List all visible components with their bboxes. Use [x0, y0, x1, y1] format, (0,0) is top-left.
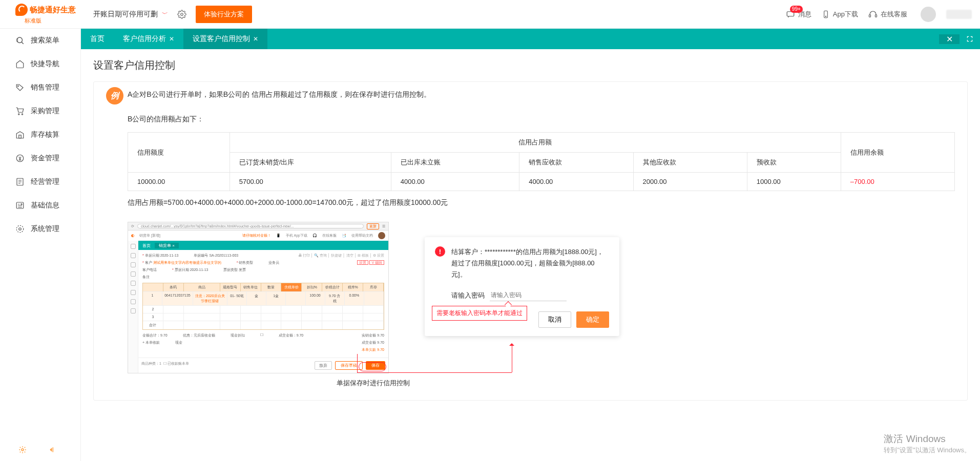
sidebar-item-label: 基础信息	[31, 201, 59, 210]
v: 2020-11-13	[190, 268, 208, 271]
sidebar-footer-settings-icon[interactable]	[18, 446, 27, 454]
illustration-caption: 单据保存时进行信用控制	[106, 379, 618, 388]
f: 备注	[142, 275, 150, 279]
screenshot-sales-order: ⟳ cloud.chanjet.com/...ysy/0/1pbr/tm?a[/…	[128, 222, 389, 373]
sidebar-item-basicinfo[interactable]: 基础信息	[0, 194, 80, 217]
tag-icon	[15, 83, 25, 92]
svg-point-7	[17, 86, 18, 87]
tabs-close-all-button[interactable]: ✕	[939, 34, 960, 44]
gc: 01- 50笔	[227, 292, 247, 305]
sidebar-item-finance[interactable]: 资金管理	[0, 146, 80, 170]
v: 测试用来单位文字内容有做提示单位文字的	[153, 261, 221, 264]
tab-credit-control-settings[interactable]: 设置客户信用控制 ✕	[183, 29, 267, 49]
ft: 本单欠款 9.70	[362, 347, 384, 352]
svg-point-3	[825, 16, 826, 16]
sidebar: 搜索菜单 快捷导航 销售管理 采购管理 库存核算 资金管理 经营管理 基础信息	[0, 29, 81, 461]
page-title: 设置客户信用控制	[93, 58, 968, 72]
th-credit-used: 信用占用额	[230, 133, 841, 153]
messages-button[interactable]: 消息 99+	[786, 10, 811, 19]
sidebar-item-label: 快捷导航	[31, 59, 59, 69]
f: 票据类型 发票	[223, 268, 246, 271]
gc: 3	[143, 313, 163, 321]
screenshot-tab: 首页	[138, 243, 155, 248]
screenshot-save-draft: 保存草稿	[335, 361, 363, 370]
svg-rect-4	[869, 14, 871, 17]
screenshot-link: 在线客服	[322, 233, 337, 238]
svg-rect-5	[875, 14, 877, 17]
ft: 本单收款	[145, 341, 160, 344]
gc: 9.70 含税	[325, 292, 345, 305]
book-icon	[15, 177, 25, 186]
screenshot-inner-title: 销货单 [新增]	[139, 233, 160, 238]
gc: 注意：2020后台关节李红报错	[193, 292, 227, 305]
online-service-button[interactable]: 在线客服	[868, 10, 907, 19]
svg-point-14	[21, 204, 22, 205]
account-selector[interactable]: 开账日期可停用可删 ﹀	[93, 10, 168, 19]
warning-icon: !	[435, 246, 445, 257]
settings-gear-button[interactable]	[177, 10, 186, 19]
screenshot-refresh: 更新	[367, 223, 379, 229]
f: 销售类型	[239, 261, 253, 264]
th-credit-limit: 信用额度	[128, 133, 230, 173]
gh: 销售单位	[241, 283, 261, 291]
th-sub: 销售应收款	[519, 153, 633, 173]
sidebar-item-system[interactable]: 系统管理	[0, 217, 80, 241]
ft: 成交金额：9.70	[279, 333, 304, 338]
f: 客户电话	[142, 268, 157, 271]
sidebar-item-operations[interactable]: 经营管理	[0, 170, 80, 194]
sidebar-item-purchase[interactable]: 采购管理	[0, 99, 80, 123]
brand-name: 畅捷通好生意	[30, 5, 76, 15]
user-avatar[interactable]	[921, 7, 936, 22]
experience-industry-button[interactable]: 体验行业方案	[196, 6, 252, 23]
app-download-button[interactable]: App下载	[822, 10, 858, 19]
svg-rect-18	[53, 447, 53, 452]
gh	[143, 283, 163, 291]
gc: 0641712037135	[162, 292, 193, 305]
gear-icon	[177, 10, 186, 19]
example-subdescription: B公司的信用额占如下：	[106, 115, 955, 124]
cell: 1000.00	[747, 173, 841, 191]
b: V 编辑	[369, 260, 384, 265]
tab-credit-analysis[interactable]: 客户信用分析 ✕	[114, 29, 183, 49]
screenshot-tab: 销货单 ×	[155, 243, 179, 248]
th-sub: 已出库未立账	[391, 153, 519, 173]
th-sub: 其他应收款	[633, 153, 747, 173]
tabs-fullscreen-button[interactable]	[960, 35, 980, 43]
ft: 现金折扣	[231, 333, 245, 338]
th-credit-balance: 信用用余额	[841, 133, 954, 173]
fullscreen-icon	[966, 35, 973, 43]
warning-text: 结算客户：************的信用占用额为[1888.00元]，超过了信用…	[451, 246, 609, 280]
screenshot-abandon: 放弃	[315, 361, 332, 370]
annotation-arrow-v	[357, 354, 358, 372]
cell-credit-limit: 10000.00	[128, 173, 230, 191]
tab-home[interactable]: 首页	[81, 29, 114, 49]
v: 2020-11-13	[160, 254, 179, 257]
sidebar-item-search[interactable]: 搜索菜单	[0, 29, 80, 52]
dialog-ok-button[interactable]: 确定	[576, 311, 609, 328]
credit-formula-text: 信用占用额=5700.00+4000.00+4000.00+2000.00-10…	[106, 198, 955, 207]
gc: 盒	[247, 292, 266, 305]
cell: 2000.00	[633, 173, 747, 191]
close-icon[interactable]: ✕	[169, 35, 174, 43]
close-icon[interactable]: ✕	[253, 35, 258, 43]
credit-warning-dialog: ! 结算客户：************的信用占用额为[1888.00元]，超过了…	[425, 237, 619, 336]
ft: 已收款账本单	[168, 362, 189, 365]
gh: 规格型号	[220, 283, 241, 291]
password-input[interactable]	[490, 289, 567, 301]
example-badge-icon: 例	[106, 87, 123, 104]
f: 单据日期	[145, 254, 159, 257]
table-row: 10000.00 5700.00 4000.00 4000.00 2000.00…	[128, 173, 955, 191]
dialog-cancel-button[interactable]: 取消	[538, 311, 571, 328]
online-service-label: 在线客服	[881, 10, 907, 19]
sidebar-item-inventory[interactable]: 库存核算	[0, 123, 80, 146]
gh: 税率%	[343, 283, 363, 291]
sidebar-footer-collapse-icon[interactable]	[47, 446, 55, 454]
sidebar-item-sales[interactable]: 销售管理	[0, 76, 80, 99]
ft: 优惠：元后应收金额	[183, 333, 215, 338]
mobile-icon	[822, 10, 830, 19]
gh: 商品	[184, 283, 220, 291]
b: 设置	[357, 260, 368, 265]
sidebar-item-label: 资金管理	[31, 154, 59, 163]
sidebar-item-quicknav[interactable]: 快捷导航	[0, 52, 80, 76]
screenshot-link: 手机 App下载	[286, 233, 307, 238]
